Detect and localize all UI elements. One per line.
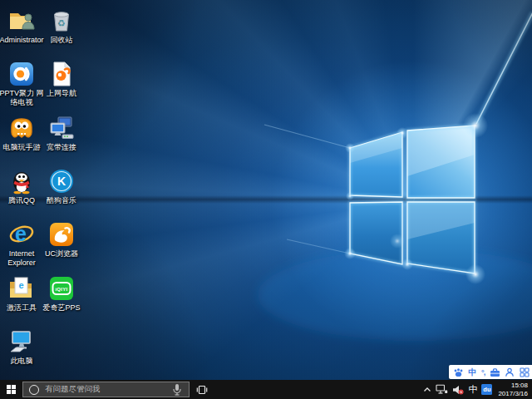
activation-tool-icon: e <box>7 274 36 303</box>
ime-chinese-mode-toggle[interactable]: 中 <box>468 367 476 378</box>
desktop-icon-label: 此电脑 <box>11 357 33 366</box>
network-icon <box>436 384 448 395</box>
kugou-music-icon: K <box>47 167 76 195</box>
task-view-button[interactable] <box>190 380 214 399</box>
user-folder-icon <box>7 7 36 35</box>
uc-browser-icon <box>47 220 76 249</box>
desktop-icon-kugou[interactable]: K 酷狗音乐 <box>38 167 85 205</box>
baidu-ime-logo-icon[interactable] <box>453 367 464 377</box>
ime-toolbar: 中 °, <box>449 365 532 379</box>
desktop-icon-uc-browser[interactable]: UC浏览器 <box>38 220 85 259</box>
microphone-icon[interactable] <box>171 383 183 397</box>
ime-apps-grid-icon[interactable] <box>520 367 530 377</box>
desktop-icon-this-pc[interactable]: 此电脑 <box>0 328 45 366</box>
pptv-icon <box>7 60 36 88</box>
desktop-icon-label: 宽带连接 <box>47 143 76 152</box>
desktop-icon-recycle-bin[interactable]: ♻ 回收站 <box>38 7 85 45</box>
svg-text:e: e <box>18 280 23 290</box>
chevron-up-icon <box>423 387 431 393</box>
desktop-icon-iqiyi[interactable]: iQIYI 爱奇艺PPS <box>38 274 85 313</box>
desktop-icon-label: 爱奇艺PPS <box>42 303 80 313</box>
broadband-connection-icon <box>47 114 76 142</box>
tray-expand-button[interactable] <box>423 387 431 393</box>
desktop-icon-label: 上网导航 <box>47 89 76 98</box>
qq-penguin-icon <box>7 167 36 195</box>
internet-explorer-icon: e <box>7 220 36 249</box>
desktop-icon-label: UC浏览器 <box>45 249 78 259</box>
tray-input-mode-indicator[interactable]: 中 <box>468 383 477 396</box>
svg-text:e: e <box>15 222 27 245</box>
baidu-ime-tray-badge[interactable]: du <box>481 384 492 395</box>
desktop-icon-label: Administrator <box>0 36 44 45</box>
task-view-icon <box>196 385 208 395</box>
web-nav-icon <box>47 60 76 88</box>
desktop-icon-label: 酷狗音乐 <box>47 196 76 205</box>
desktop-icon-broadband[interactable]: 宽带连接 <box>38 114 85 152</box>
desktop-icon-web-nav[interactable]: 上网导航 <box>38 60 85 98</box>
ime-toolbox-icon[interactable] <box>490 367 500 377</box>
volume-muted-icon <box>452 385 464 395</box>
this-pc-icon <box>7 328 36 356</box>
tray-clock[interactable]: 15:08 2017/3/16 <box>498 382 528 397</box>
iqiyi-icon: iQIYI <box>47 274 76 303</box>
cortana-icon <box>29 385 39 395</box>
svg-text:iQIYI: iQIYI <box>55 287 67 292</box>
desktop-icon-label: 激活工具 <box>7 303 37 313</box>
ime-account-icon[interactable] <box>505 367 515 377</box>
game-monster-icon <box>7 114 36 142</box>
search-placeholder-text: 有问题尽管问我 <box>45 384 171 395</box>
tray-date: 2017/3/16 <box>498 390 528 398</box>
ime-punctuation-toggle[interactable]: °, <box>481 368 485 377</box>
tray-time: 15:08 <box>498 382 528 390</box>
desktop-icon-label: 电脑玩手游 <box>3 143 41 152</box>
windows-start-icon <box>7 385 16 394</box>
start-button[interactable] <box>0 380 22 399</box>
desktop-icon-label: 回收站 <box>51 36 73 45</box>
taskbar: 有问题尽管问我 <box>0 380 532 399</box>
taskbar-search-box[interactable]: 有问题尽管问我 <box>22 382 190 397</box>
system-tray: 中 du 15:08 2017/3/16 <box>423 380 532 399</box>
recycle-bin-icon: ♻ <box>47 7 76 35</box>
svg-text:K: K <box>57 175 66 188</box>
network-status-button[interactable] <box>436 384 448 395</box>
desktop: Administrator ♻ 回收站 PPTV聚力 网络电视 上网导航 <box>0 0 532 380</box>
volume-button[interactable] <box>452 385 464 395</box>
svg-text:♻: ♻ <box>57 18 66 28</box>
desktop-icon-label: 腾讯QQ <box>8 196 35 205</box>
